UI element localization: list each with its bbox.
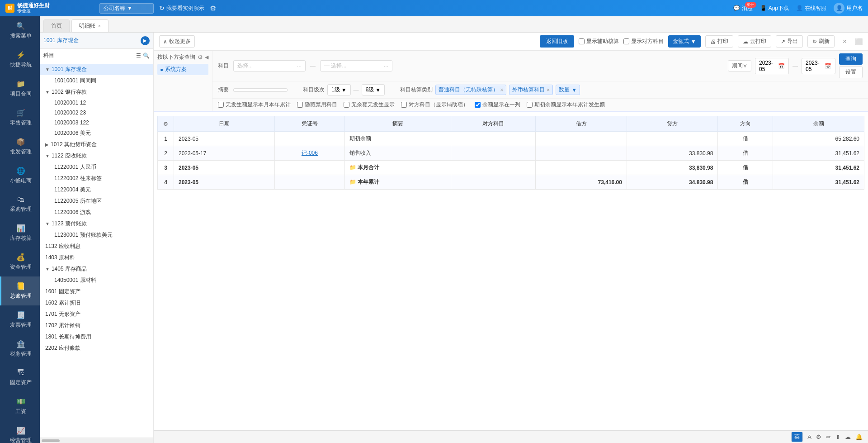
sidebar-item-project[interactable]: 📁 项目合同 <box>0 74 40 103</box>
sidebar-item-capital[interactable]: 💰 资金管理 <box>0 248 40 276</box>
tree-node-10020001[interactable]: 10020001 12 <box>40 98 153 108</box>
tree-node-1123[interactable]: ▼ 1123 预付账款 <box>40 218 153 229</box>
tree-node-1801[interactable]: 1801 长期待摊费用 <box>40 331 153 343</box>
tree-node-11220005[interactable]: 11220005 所在地区 <box>40 195 153 207</box>
level-from-select[interactable]: 1级 ▼ <box>327 84 351 95</box>
message-btn[interactable]: 💬 消息 99+ <box>733 5 753 12</box>
filter-collapse-icon[interactable]: ◀ <box>205 54 208 60</box>
scrollbar-thumb[interactable] <box>42 439 60 442</box>
tree-node-10020006[interactable]: 10020006 美元 <box>40 128 153 139</box>
print-btn[interactable]: 🖨 打印 <box>705 35 733 48</box>
sidebar-item-purchase[interactable]: 🛍 采购管理 <box>0 190 40 219</box>
show-opposite-input[interactable] <box>623 38 629 44</box>
sidebar-item-shortcut[interactable]: ⚡ 快捷导航 <box>0 45 40 74</box>
tree-node-14050001[interactable]: 14050001 原材料 <box>40 275 153 286</box>
tree-node-11230001[interactable]: 11230001 预付账款美元 <box>40 229 153 241</box>
company-selector[interactable]: 公司名称 ▼ <box>99 3 154 14</box>
system-scheme-btn[interactable]: ● 系统方案 <box>157 64 208 75</box>
expand-more-btn[interactable]: ∧ 收起更多 <box>159 35 195 48</box>
checkbox-hide-disabled-input[interactable] <box>297 102 303 108</box>
tag-foreign-currency[interactable]: 外币核算科目 × <box>509 85 553 95</box>
sidebar-item-ledger[interactable]: 📒 总账管理 <box>0 276 40 305</box>
period-type-selector[interactable]: 期间∨ <box>728 60 751 71</box>
checkbox-period-opening[interactable]: 期初余额显示本年累计发生额 <box>527 101 605 109</box>
tree-node-10010001[interactable]: 10010001 同同同 <box>40 75 153 86</box>
checkbox-no-occur[interactable]: 无发生额显示本月本年累计 <box>218 101 291 109</box>
status-icon-2[interactable]: ⚙ <box>816 433 821 440</box>
sidebar-item-inventory[interactable]: 📊 库存核算 <box>0 219 40 248</box>
panel-close-btn[interactable]: × <box>839 38 850 46</box>
summary-input[interactable] <box>233 88 288 92</box>
lang-switcher-btn[interactable]: 英 <box>791 432 803 442</box>
cloud-print-btn[interactable]: ☁ 云打印 <box>738 35 771 48</box>
demo-btn[interactable]: ↻ 我要看实例演示 <box>159 5 204 12</box>
checkbox-no-balance-input[interactable] <box>344 102 349 108</box>
checkbox-period-opening-input[interactable] <box>527 102 533 108</box>
period-from-input[interactable]: 2023-05 📅 <box>755 58 789 74</box>
status-icon-5[interactable]: ☁ <box>845 433 851 440</box>
subject-from-input[interactable]: 选择... ··· <box>233 60 306 71</box>
status-icon-4[interactable]: ⬆ <box>835 433 840 440</box>
tree-node-1601[interactable]: 1601 固定资产 <box>40 286 153 297</box>
tree-node-1002[interactable]: ▼ 1002 银行存款 <box>40 86 153 98</box>
tree-node-11220004[interactable]: 11220004 美元 <box>40 184 153 195</box>
tag-normal-account[interactable]: 普通科目（无特殊核算） × <box>435 85 506 95</box>
tree-search-icon[interactable]: 🔍 <box>143 52 150 59</box>
tree-node-11220002[interactable]: 11220002 往来标签 <box>40 173 153 184</box>
checkbox-hide-disabled[interactable]: 隐藏禁用科目 <box>297 101 337 109</box>
checkbox-no-occur-input[interactable] <box>218 102 224 108</box>
tree-node-1702[interactable]: 1702 累计摊销 <box>40 320 153 331</box>
tag2-remove-icon[interactable]: × <box>547 87 550 93</box>
show-opposite-checkbox[interactable]: 显示对方科目 <box>623 38 664 45</box>
period-to-input[interactable]: 2023-05 📅 <box>802 58 835 74</box>
sidebar-item-salary[interactable]: 💵 工资 <box>0 392 40 421</box>
sidebar-item-retail[interactable]: 🛒 零售管理 <box>0 103 40 132</box>
tree-node-1602[interactable]: 1602 累计折旧 <box>40 297 153 309</box>
tree-node-11220006[interactable]: 11220006 游戏 <box>40 207 153 218</box>
account-nav-btn[interactable]: ▶ <box>141 36 150 45</box>
status-icon-1[interactable]: A <box>807 433 811 440</box>
sidebar-item-invoice[interactable]: 🧾 发票管理 <box>0 305 40 334</box>
tag-quantity[interactable]: 数量 ▼ <box>556 85 580 95</box>
tree-node-10020002[interactable]: 10020002 23 <box>40 108 153 118</box>
subject-to-input[interactable]: — 选择... ··· <box>320 60 392 71</box>
user-avatar-btn[interactable]: 👤 用户名 <box>834 3 863 14</box>
export-btn[interactable]: ↗ 导出 <box>776 35 803 48</box>
tree-node-1405[interactable]: ▼ 1405 库存商品 <box>40 263 153 275</box>
tree-node-1701[interactable]: 1701 无形资产 <box>40 309 153 320</box>
sidebar-item-tax[interactable]: 🏦 税务管理 <box>0 334 40 363</box>
tree-node-2202[interactable]: 2202 应付账款 <box>40 343 153 354</box>
settings-btn[interactable]: 设置 <box>839 66 863 78</box>
show-auxiliary-checkbox[interactable]: 显示辅助核算 <box>579 38 619 45</box>
tree-scrollbar[interactable] <box>40 438 153 443</box>
voucher-link[interactable]: 记-006 <box>302 150 318 156</box>
column-settings-icon[interactable]: ⚙ <box>163 121 168 127</box>
show-auxiliary-input[interactable] <box>579 38 585 44</box>
sidebar-item-wholesale[interactable]: 📦 批发管理 <box>0 132 40 161</box>
status-icon-6[interactable]: 🔔 <box>855 433 863 440</box>
checkbox-balance-one-col-input[interactable] <box>475 102 481 108</box>
tree-node-1012[interactable]: ▶ 1012 其他货币资金 <box>40 139 153 150</box>
sidebar-item-assets[interactable]: 🏗 固定资产 <box>0 363 40 392</box>
sidebar-item-operations[interactable]: 📈 经营管理 <box>0 421 40 443</box>
return-old-btn[interactable]: 返回旧版 <box>540 35 574 48</box>
checkbox-opposite[interactable]: 对方科目（显示辅助项） <box>401 101 468 109</box>
tree-list-icon[interactable]: ☰ <box>136 52 141 59</box>
app-download-btn[interactable]: 📱 App下载 <box>760 5 789 12</box>
search-btn[interactable]: 查询 <box>839 53 863 65</box>
tab-home[interactable]: 首页 <box>43 19 70 32</box>
tree-node-1403[interactable]: 1403 原材料 <box>40 252 153 263</box>
amount-type-btn[interactable]: 金额式 ▼ <box>668 35 701 48</box>
tree-node-11220001[interactable]: 11220001 人民币 <box>40 162 153 173</box>
online-service-btn[interactable]: 👤 在线客服 <box>796 5 826 12</box>
settings-icon[interactable]: ⚙ <box>210 4 216 13</box>
tree-node-1001[interactable]: ▼ 1001 库存现金 <box>40 64 153 75</box>
refresh-btn[interactable]: ↻ 刷新 <box>807 35 835 48</box>
tree-node-10020003[interactable]: 10020003 122 <box>40 118 153 128</box>
status-icon-3[interactable]: ✏ <box>826 433 831 440</box>
level-to-select[interactable]: 6级 ▼ <box>362 84 385 95</box>
tree-node-1122[interactable]: ▼ 1122 应收账款 <box>40 150 153 162</box>
tag1-remove-icon[interactable]: × <box>500 87 503 93</box>
tab-close-icon[interactable]: × <box>98 24 101 29</box>
tree-node-1132[interactable]: 1132 应收利息 <box>40 241 153 252</box>
